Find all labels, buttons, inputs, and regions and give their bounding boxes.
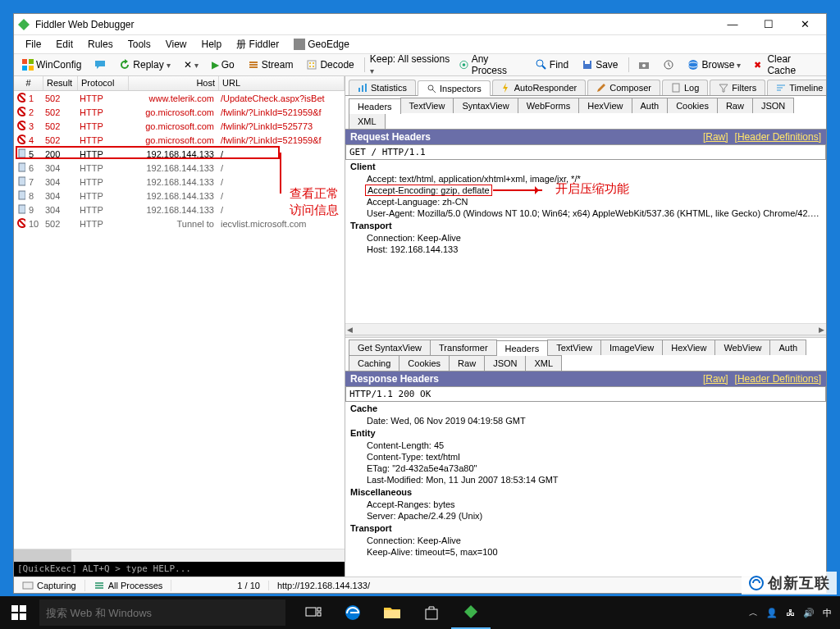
- req-host[interactable]: Host: 192.168.144.133: [345, 244, 826, 255]
- session-row[interactable]: 9304HTTP192.168.144.133/: [14, 203, 345, 217]
- req-tab-textview[interactable]: TextView: [400, 98, 454, 113]
- screenshot-button[interactable]: [633, 57, 655, 73]
- edge-button[interactable]: [333, 596, 372, 629]
- resp-connection[interactable]: Connection: Keep-Alive: [345, 535, 826, 546]
- resp-last-modified[interactable]: Last-Modified: Mon, 11 Jun 2007 18:53:14…: [345, 474, 826, 485]
- session-row[interactable]: 2502HTTPgo.microsoft.com/fwlink/?LinkId=…: [14, 105, 345, 119]
- keep-sessions-dropdown[interactable]: Keep: All sessions ▾: [370, 53, 450, 76]
- clear-cache-button[interactable]: ✖Clear Cache: [749, 51, 823, 79]
- req-tab-headers[interactable]: Headers: [349, 98, 401, 114]
- resp-tab-json[interactable]: JSON: [484, 355, 526, 371]
- req-tab-xml[interactable]: XML: [349, 113, 386, 129]
- tab-log[interactable]: Log: [662, 80, 708, 95]
- comment-button[interactable]: [89, 57, 111, 73]
- req-scrollbar[interactable]: ◀▶: [345, 323, 826, 335]
- maximize-button[interactable]: ☐: [751, 15, 787, 34]
- session-row[interactable]: 8304HTTP192.168.144.133/: [14, 189, 345, 203]
- req-user-agent[interactable]: User-Agent: Mozilla/5.0 (Windows NT 10.0…: [345, 207, 826, 219]
- resp-tab-xml[interactable]: XML: [525, 355, 562, 371]
- tab-filters[interactable]: Filters: [710, 80, 765, 95]
- req-tab-auth[interactable]: Auth: [632, 98, 669, 113]
- sb-capturing[interactable]: Capturing: [14, 580, 85, 591]
- req-tab-webforms[interactable]: WebForms: [518, 98, 580, 113]
- save-button[interactable]: Save: [577, 57, 623, 73]
- resp-accept-ranges[interactable]: Accept-Ranges: bytes: [345, 499, 826, 510]
- req-connection[interactable]: Connection: Keep-Alive: [345, 232, 826, 244]
- req-tab-hexview[interactable]: HexView: [578, 98, 632, 113]
- replay-button[interactable]: Replay▾: [114, 57, 175, 73]
- col-host[interactable]: Host: [129, 76, 219, 90]
- tab-timeline[interactable]: Timeline: [767, 80, 826, 95]
- resp-content-type[interactable]: Content-Type: text/html: [345, 451, 826, 463]
- menu-edit[interactable]: Edit: [49, 37, 80, 52]
- req-tab-cookies[interactable]: Cookies: [667, 98, 718, 113]
- req-tab-json[interactable]: JSON: [752, 98, 794, 113]
- browse-button[interactable]: Browse ▾: [682, 57, 746, 73]
- resp-tab-headers[interactable]: Headers: [496, 340, 549, 356]
- system-tray[interactable]: ︿ 👤 🖧 🔊 中: [749, 607, 840, 619]
- menu-fiddler[interactable]: 册 Fiddler: [230, 36, 285, 53]
- tab-composer[interactable]: Composer: [587, 80, 660, 95]
- taskview-button[interactable]: [294, 596, 333, 629]
- stream-button[interactable]: Stream: [243, 57, 299, 73]
- store-button[interactable]: [412, 596, 451, 629]
- resp-raw-link[interactable]: [Raw]: [703, 373, 728, 385]
- col-result[interactable]: Result: [43, 76, 78, 90]
- req-accept-encoding[interactable]: Accept-Encoding: gzip, deflate: [365, 185, 492, 196]
- fiddler-taskbar-button[interactable]: [451, 596, 491, 629]
- tray-people-icon[interactable]: 👤: [766, 608, 778, 618]
- resp-tab-raw[interactable]: Raw: [449, 355, 485, 371]
- winconfig-button[interactable]: WinConfig: [17, 57, 86, 73]
- menu-help[interactable]: Help: [195, 37, 229, 52]
- resp-content-length[interactable]: Content-Length: 45: [345, 440, 826, 451]
- quickexec-input[interactable]: [QuickExec] ALT+Q > type HELP...: [14, 562, 345, 577]
- req-header-defs-link[interactable]: [Header Definitions]: [735, 131, 821, 143]
- tray-chevron-icon[interactable]: ︿: [749, 607, 758, 619]
- tab-autoresponder[interactable]: AutoResponder: [492, 80, 586, 95]
- resp-tab-hexview[interactable]: HexView: [662, 340, 715, 355]
- resp-tab-auth[interactable]: Auth: [769, 340, 806, 355]
- req-accept[interactable]: Accept: text/html, application/xhtml+xml…: [345, 173, 826, 185]
- menu-tools[interactable]: Tools: [121, 37, 158, 52]
- resp-server[interactable]: Server: Apache/2.4.29 (Unix): [345, 510, 826, 522]
- tab-inspectors[interactable]: Inspectors: [418, 80, 491, 96]
- resp-tab-imageview[interactable]: ImageView: [600, 340, 663, 355]
- horizontal-scrollbar[interactable]: [14, 549, 345, 562]
- resp-tab-getsyntax[interactable]: Get SyntaxView: [349, 340, 431, 355]
- req-raw-link[interactable]: [Raw]: [703, 131, 728, 143]
- resp-date[interactable]: Date: Wed, 06 Nov 2019 04:19:58 GMT: [345, 415, 826, 426]
- decode-button[interactable]: Decode: [301, 57, 358, 73]
- resp-etag[interactable]: ETag: "2d-432a5e4a73a80": [345, 463, 826, 474]
- col-protocol[interactable]: Protocol: [78, 76, 129, 90]
- menu-view[interactable]: View: [159, 37, 194, 52]
- menu-file[interactable]: File: [19, 37, 48, 52]
- remove-button[interactable]: ✕▾: [179, 57, 203, 73]
- resp-tab-caching[interactable]: Caching: [349, 355, 399, 371]
- session-row[interactable]: 10502HTTPTunnel toiecvlist.microsoft.com: [14, 217, 345, 230]
- find-button[interactable]: Find: [531, 57, 573, 73]
- close-button[interactable]: ✕: [787, 15, 823, 34]
- sb-processes[interactable]: All Processes: [85, 580, 172, 591]
- session-row[interactable]: 7304HTTP192.168.144.133/: [14, 175, 345, 189]
- any-process-button[interactable]: Any Process: [454, 51, 527, 79]
- resp-tab-transformer[interactable]: Transformer: [430, 340, 497, 355]
- resp-tab-textview[interactable]: TextView: [547, 340, 601, 355]
- tab-statistics[interactable]: Statistics: [349, 80, 416, 95]
- session-row[interactable]: 6304HTTP192.168.144.133/: [14, 161, 345, 175]
- go-button[interactable]: ▶Go: [207, 57, 240, 73]
- session-row[interactable]: 1502HTTPwww.telerik.com/UpdateCheck.aspx…: [14, 91, 345, 105]
- menu-geoedge[interactable]: GeoEdge: [287, 37, 356, 52]
- resp-keep-alive[interactable]: Keep-Alive: timeout=5, max=100: [345, 546, 826, 558]
- req-tab-syntaxview[interactable]: SyntaxView: [453, 98, 518, 113]
- tray-volume-icon[interactable]: 🔊: [803, 608, 815, 618]
- session-row[interactable]: 3502HTTPgo.microsoft.com/fwlink/?LinkId=…: [14, 119, 345, 133]
- col-number[interactable]: #: [14, 76, 43, 90]
- col-url[interactable]: URL: [219, 76, 345, 90]
- explorer-button[interactable]: [372, 596, 412, 629]
- req-tab-raw[interactable]: Raw: [717, 98, 753, 113]
- menu-rules[interactable]: Rules: [81, 37, 120, 52]
- sessions-list[interactable]: 1502HTTPwww.telerik.com/UpdateCheck.aspx…: [14, 91, 345, 549]
- minimize-button[interactable]: —: [714, 15, 751, 34]
- tray-network-icon[interactable]: 🖧: [786, 608, 795, 618]
- taskbar-search[interactable]: [39, 599, 285, 626]
